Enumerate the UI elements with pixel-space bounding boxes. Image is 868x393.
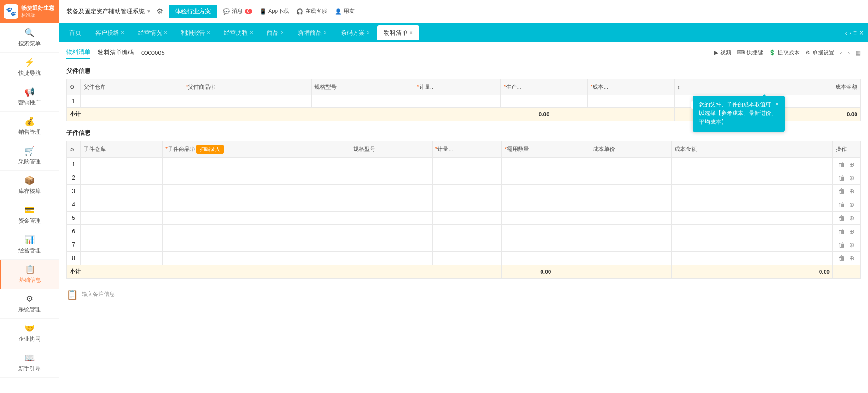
child-warehouse-cell[interactable] xyxy=(81,252,163,265)
copy-icon[interactable]: ⊕ xyxy=(849,228,855,235)
child-product-cell[interactable] xyxy=(163,185,350,198)
tab-goods[interactable]: 商品 × xyxy=(260,25,290,40)
sidebar-item-quicknav[interactable]: ⚡ 快捷导航 xyxy=(0,53,59,82)
extract-cost-btn[interactable]: 💲 提取成本 xyxy=(769,49,800,57)
tab-history[interactable]: 经营历程 × xyxy=(217,25,259,40)
child-quantity-cell[interactable] xyxy=(501,185,590,198)
child-product-cell[interactable] xyxy=(163,252,350,265)
delete-icon[interactable]: 🗑 xyxy=(838,241,845,248)
nav-close-icon[interactable]: ✕ xyxy=(859,29,864,36)
delete-icon[interactable]: 🗑 xyxy=(838,228,845,235)
child-spec-cell[interactable] xyxy=(350,185,432,198)
parent-unit-cell[interactable] xyxy=(414,95,501,108)
tab-home[interactable]: 首页 xyxy=(63,25,88,40)
child-unitprice-cell[interactable] xyxy=(590,225,671,238)
view-video-btn[interactable]: ▶ 视频 xyxy=(714,49,731,57)
delete-icon[interactable]: 🗑 xyxy=(838,174,845,181)
sidebar-item-system[interactable]: ⚙ 系统管理 xyxy=(0,289,59,319)
child-quantity-cell[interactable] xyxy=(501,225,590,238)
sidebar-item-search[interactable]: 🔍 搜索菜单 xyxy=(0,23,59,53)
tab-goods-x-icon[interactable]: × xyxy=(281,30,284,36)
tooltip-close-button[interactable]: × xyxy=(775,100,778,109)
child-unitprice-cell[interactable] xyxy=(590,185,671,198)
child-warehouse-cell[interactable] xyxy=(81,185,163,198)
child-unitprice-cell[interactable] xyxy=(590,158,671,171)
tab-newgoods-x-icon[interactable]: × xyxy=(324,30,327,36)
child-spec-cell[interactable] xyxy=(350,198,432,212)
sidebar-item-purchase[interactable]: 🛒 采购管理 xyxy=(0,141,59,171)
parent-spec-cell[interactable] xyxy=(312,95,414,108)
nav-prev-icon[interactable]: ‹ xyxy=(845,29,847,36)
tab-history-x-icon[interactable]: × xyxy=(250,30,253,36)
child-product-cell[interactable] xyxy=(163,212,350,225)
sidebar-item-sales[interactable]: 💰 销售管理 xyxy=(0,112,59,141)
delete-icon[interactable]: 🗑 xyxy=(838,254,845,262)
copy-icon[interactable]: ⊕ xyxy=(849,201,855,208)
delete-icon[interactable]: 🗑 xyxy=(838,201,845,208)
tab-operations[interactable]: 经营情况 × xyxy=(132,25,174,40)
child-quantity-cell[interactable] xyxy=(501,238,590,252)
tab-customers[interactable]: 客户联络 × xyxy=(89,25,131,40)
tab-profit-x-icon[interactable]: × xyxy=(207,30,210,36)
tab-customers-x-icon[interactable]: × xyxy=(121,30,124,36)
child-spec-cell[interactable] xyxy=(350,252,432,265)
delete-icon[interactable]: 🗑 xyxy=(838,161,845,168)
system-title[interactable]: 装备及固定资产辅助管理系统 ▼ xyxy=(66,7,151,16)
user-action[interactable]: 👤 用友 xyxy=(335,7,355,15)
child-unit-cell[interactable] xyxy=(432,252,501,265)
child-unit-cell[interactable] xyxy=(432,171,501,185)
child-warehouse-cell[interactable] xyxy=(81,198,163,212)
child-quantity-cell[interactable] xyxy=(501,252,590,265)
tab-bom-x-icon[interactable]: × xyxy=(410,30,413,36)
child-quantity-cell[interactable] xyxy=(501,212,590,225)
toolbar-prev-icon[interactable]: ‹ xyxy=(840,49,842,56)
delete-icon[interactable]: 🗑 xyxy=(838,214,845,222)
copy-icon[interactable]: ⊕ xyxy=(849,214,855,222)
child-col-settings[interactable]: ⚙ xyxy=(67,141,81,158)
child-product-cell[interactable] xyxy=(163,238,350,252)
copy-icon[interactable]: ⊕ xyxy=(849,161,855,168)
parent-col-settings[interactable]: ⚙ xyxy=(67,79,81,95)
child-warehouse-cell[interactable] xyxy=(81,171,163,185)
child-spec-cell[interactable] xyxy=(350,158,432,171)
settings-gear-button[interactable]: ⚙ xyxy=(157,7,163,16)
parent-warehouse-cell[interactable] xyxy=(81,95,183,108)
scan-input-button[interactable]: 扫码录入 xyxy=(196,145,224,154)
tab-profit[interactable]: 利润报告 × xyxy=(175,25,217,40)
note-icon[interactable]: 📋 xyxy=(66,289,78,300)
child-unit-cell[interactable] xyxy=(432,198,501,212)
sidebar-item-marketing[interactable]: 📢 营销推广 xyxy=(0,82,59,112)
parent-produce-cell[interactable] xyxy=(500,95,587,108)
copy-icon[interactable]: ⊕ xyxy=(849,241,855,248)
app-download-action[interactable]: 📱 App下载 xyxy=(259,7,289,15)
child-unit-cell[interactable] xyxy=(432,158,501,171)
child-warehouse-cell[interactable] xyxy=(81,212,163,225)
sidebar-item-inventory[interactable]: 📦 库存核算 xyxy=(0,171,59,200)
child-unitprice-cell[interactable] xyxy=(590,198,671,212)
toolbar-grid-icon[interactable]: ▦ xyxy=(855,49,861,56)
tab-barcode[interactable]: 条码方案 × xyxy=(334,25,376,40)
tab-newgoods[interactable]: 新增商品 × xyxy=(291,25,333,40)
message-action[interactable]: 💬 消息 6 xyxy=(223,7,252,15)
copy-icon[interactable]: ⊕ xyxy=(849,187,855,195)
child-quantity-cell[interactable] xyxy=(501,158,590,171)
delete-icon[interactable]: 🗑 xyxy=(838,187,845,195)
copy-icon[interactable]: ⊕ xyxy=(849,174,855,181)
sidebar-item-collab[interactable]: 🤝 企业协同 xyxy=(0,319,59,348)
note-placeholder[interactable]: 输入备注信息 xyxy=(82,290,115,298)
child-warehouse-cell[interactable] xyxy=(81,225,163,238)
child-spec-cell[interactable] xyxy=(350,225,432,238)
child-product-cell[interactable] xyxy=(163,198,350,212)
sidebar-item-finance[interactable]: 💳 资金管理 xyxy=(0,200,59,230)
child-spec-cell[interactable] xyxy=(350,171,432,185)
child-quantity-cell[interactable] xyxy=(501,171,590,185)
shortcut-btn[interactable]: ⌨ 快捷键 xyxy=(737,49,763,57)
child-quantity-cell[interactable] xyxy=(501,198,590,212)
sub-tab-code[interactable]: 物料清单编码 xyxy=(98,47,134,59)
child-spec-cell[interactable] xyxy=(350,238,432,252)
online-service-action[interactable]: 🎧 在线客服 xyxy=(296,7,327,15)
child-unit-cell[interactable] xyxy=(432,185,501,198)
copy-icon[interactable]: ⊕ xyxy=(849,254,855,262)
tab-operations-x-icon[interactable]: × xyxy=(164,30,167,36)
child-product-cell[interactable] xyxy=(163,158,350,171)
